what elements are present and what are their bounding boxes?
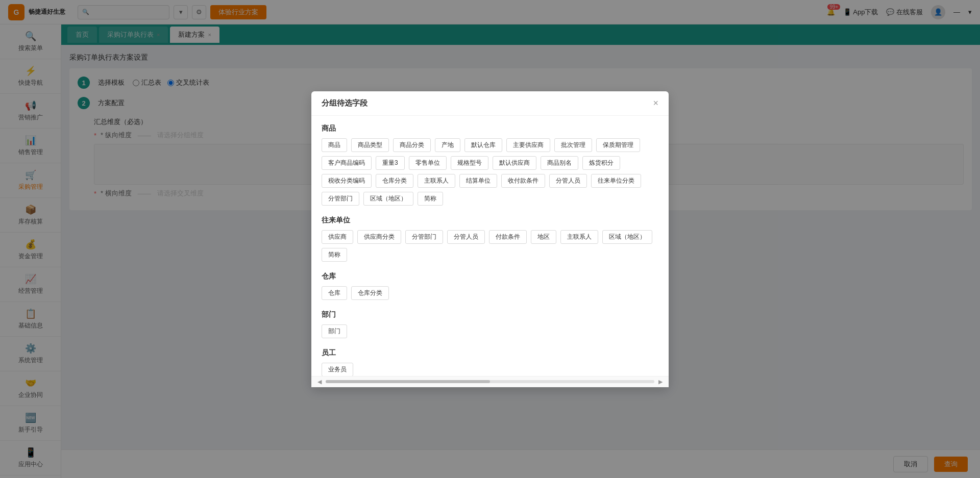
field-tag[interactable]: 结算单位 [459,174,497,188]
field-tag[interactable]: 默认供应商 [493,156,536,170]
field-tags-dept: 部门 [322,324,658,338]
hscroll-track [326,380,654,383]
field-tag[interactable]: 主联系人 [418,174,455,188]
hscroll-left-arrow[interactable]: ◀ [315,379,324,385]
field-tag[interactable]: 部门 [322,324,347,338]
field-tag[interactable]: 商品别名 [541,156,578,170]
field-tag[interactable]: 分管部门 [322,192,359,206]
field-tag[interactable]: 供应商 [322,230,353,244]
field-tag[interactable]: 零售单位 [409,156,447,170]
field-tag[interactable]: 商品类型 [351,138,389,152]
field-section-goods: 商品商品商品类型商品分类产地默认仓库主要供应商批次管理保质期管理客户商品编码重量… [322,124,658,206]
field-tag[interactable]: 区域（地区） [363,192,413,206]
field-tag[interactable]: 往来单位分类 [591,174,641,188]
field-section-title-staff: 员工 [322,348,658,358]
field-tag[interactable]: 付款条件 [489,230,527,244]
hscroll-thumb [326,380,490,383]
field-tag[interactable]: 规格型号 [451,156,488,170]
field-tag[interactable]: 客户商品编码 [322,156,372,170]
field-tag[interactable]: 默认仓库 [464,138,502,152]
field-tags-staff: 业务员 [322,363,658,376]
field-tag[interactable]: 商品 [322,138,347,152]
modal-overlay: 分组待选字段 × 商品商品商品类型商品分类产地默认仓库主要供应商批次管理保质期管… [0,0,980,478]
field-tag[interactable]: 简称 [418,192,443,206]
modal-header: 分组待选字段 × [311,91,669,116]
field-select-modal: 分组待选字段 × 商品商品商品类型商品分类产地默认仓库主要供应商批次管理保质期管… [311,91,669,387]
field-tag[interactable]: 区域（地区） [602,230,652,244]
field-tag[interactable]: 收付款条件 [501,174,545,188]
field-tag[interactable]: 批次管理 [554,138,592,152]
field-section-title-goods: 商品 [322,124,658,133]
field-tag[interactable]: 地区 [531,230,556,244]
field-tag[interactable]: 仓库分类 [376,174,413,188]
field-tag[interactable]: 主要供应商 [506,138,550,152]
field-section-dept: 部门部门 [322,310,658,338]
field-tag[interactable]: 仓库分类 [351,286,389,300]
field-tag[interactable]: 主联系人 [560,230,598,244]
modal-body[interactable]: 商品商品商品类型商品分类产地默认仓库主要供应商批次管理保质期管理客户商品编码重量… [311,116,669,376]
field-tag[interactable]: 简称 [322,248,347,262]
field-section-staff: 员工业务员 [322,348,658,376]
field-tag[interactable]: 分管部门 [405,230,443,244]
field-tag[interactable]: 分管人员 [447,230,485,244]
modal-title: 分组待选字段 [322,98,368,108]
field-tag[interactable]: 炼货积分 [582,156,620,170]
field-tag[interactable]: 保质期管理 [596,138,640,152]
field-tag[interactable]: 税收分类编码 [322,174,372,188]
field-tag[interactable]: 重量3 [376,156,405,170]
modal-close-button[interactable]: × [653,98,658,108]
field-section-title-warehouse: 仓库 [322,272,658,281]
modal-horizontal-scrollbar[interactable]: ◀ ▶ [311,376,669,387]
field-tags-partners: 供应商供应商分类分管部门分管人员付款条件地区主联系人区域（地区）简称 [322,230,658,262]
field-tag[interactable]: 分管人员 [549,174,587,188]
field-tags-warehouse: 仓库仓库分类 [322,286,658,300]
field-section-warehouse: 仓库仓库仓库分类 [322,272,658,300]
field-section-title-dept: 部门 [322,310,658,319]
field-tag[interactable]: 商品分类 [393,138,431,152]
field-tag[interactable]: 仓库 [322,286,347,300]
field-tag[interactable]: 供应商分类 [357,230,401,244]
field-tag[interactable]: 产地 [435,138,460,152]
field-tags-goods: 商品商品类型商品分类产地默认仓库主要供应商批次管理保质期管理客户商品编码重量3零… [322,138,658,206]
field-section-title-partners: 往来单位 [322,216,658,225]
field-tag[interactable]: 业务员 [322,363,353,376]
hscroll-right-arrow[interactable]: ▶ [656,379,665,385]
field-section-partners: 往来单位供应商供应商分类分管部门分管人员付款条件地区主联系人区域（地区）简称 [322,216,658,262]
